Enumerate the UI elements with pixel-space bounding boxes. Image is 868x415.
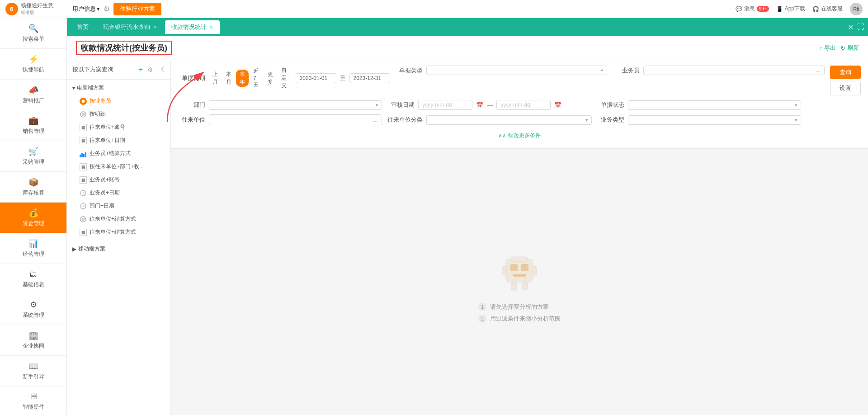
sidebar-label-basicinfo: 基础信息 (23, 281, 44, 288)
filter-area: 单据日期 上月 本月 本年 近7天 更多 自定义 2023-01-01 至 (171, 60, 868, 149)
scheme-sp-account-icon: ▦ (80, 176, 87, 184)
panel-collapse-btn[interactable]: 《 (157, 65, 165, 75)
scheme-partner-account-icon: ▦ (80, 124, 87, 131)
scheme-sp-payment-label: 业务员+结算方式 (90, 150, 131, 157)
settings-button[interactable]: 设置 (830, 81, 861, 95)
scheme-partner-date-label: 往来单位+日期 (90, 137, 125, 144)
window-close-btn[interactable]: ✕ (848, 23, 854, 32)
sidebar-item-marketing[interactable]: 📣 营销推广 (0, 80, 66, 110)
biz-type-select[interactable]: ▾ (628, 115, 801, 125)
bill-status-dropdown-icon: ▾ (795, 103, 797, 108)
online-service[interactable]: 🎧 在线客服 (812, 5, 843, 13)
svg-rect-22 (511, 257, 528, 261)
sidebar-item-finance[interactable]: 💰 资金管理 (0, 203, 66, 233)
user-breadcrumb[interactable]: 用户信息 ▾ (72, 5, 100, 13)
sidebar-item-search[interactable]: 🔍 搜索菜单 (0, 18, 66, 49)
scheme-salesperson-date[interactable]: 业务员+日期 (67, 186, 170, 199)
empty-illustration (492, 241, 547, 296)
date-tab-prev-month[interactable]: 上月 (209, 70, 222, 87)
gear-btn[interactable]: ⚙ (104, 5, 110, 13)
window-expand-btn[interactable]: ⛶ (857, 23, 864, 31)
desktop-group-toggle[interactable]: ▾ 电脑端方案 (67, 81, 170, 94)
export-btn[interactable]: ↑ 导出 (820, 44, 836, 52)
sidebar-item-operations[interactable]: 📊 经营管理 (0, 233, 66, 264)
tab-receivables[interactable]: 收款情况统计 ✕ (165, 20, 220, 34)
tab-receivables-close[interactable]: ✕ (209, 24, 213, 30)
dept-select[interactable]: ▾ (209, 100, 382, 110)
scheme-by-salesperson[interactable]: ⏺ 按业务员 (67, 94, 170, 108)
add-scheme-btn[interactable]: + (138, 65, 144, 75)
tab-home[interactable]: 首页 (71, 20, 95, 34)
sidebar-item-guide[interactable]: 📖 新手引导 (0, 356, 66, 387)
sidebar-item-sales[interactable]: 💼 销售管理 (0, 110, 66, 141)
sidebar-item-quicknav[interactable]: ⚡ 快捷导航 (0, 49, 66, 80)
sidebar-label-purchase: 采购管理 (23, 158, 44, 166)
date-tab-curr-year[interactable]: 本年 (236, 70, 249, 87)
empty-steps: 1 请先选择要分析的方案 2 用过滤条件来缩小分析范围 (478, 303, 561, 323)
tab-bank-flow-close[interactable]: ✕ (153, 24, 157, 30)
left-panel-title: 按以下方案查询 (72, 66, 135, 74)
tabs-bar-right: ✕ ⛶ (848, 23, 864, 32)
sidebar-item-system[interactable]: ⚙ 系统管理 (0, 294, 66, 325)
refresh-btn[interactable]: ↻ 刷新 (840, 44, 859, 52)
tab-receivables-label: 收款情况统计 (171, 23, 207, 31)
app-download[interactable]: 📱 App下载 (776, 5, 805, 13)
date-from-input[interactable]: 2023-01-01 (296, 73, 336, 83)
salesperson-select[interactable]: … (643, 66, 825, 75)
app-icon: 📱 (776, 6, 783, 12)
date-tab-more[interactable]: 更多 (264, 70, 277, 87)
partner-cat-select[interactable]: ▾ (426, 115, 591, 125)
sidebar-item-inventory[interactable]: 📦 库存核算 (0, 172, 66, 203)
scheme-partner-payment1[interactable]: 往来单位+结算方式 (67, 212, 170, 226)
scheme-partner-dept-icon: ▦ (80, 163, 87, 170)
sidebar-item-purchase[interactable]: 🛒 采购管理 (0, 141, 66, 172)
date-tabs: 上月 本月 本年 近7天 更多 自定义 (209, 66, 292, 90)
sidebar-label-system: 系统管理 (23, 311, 44, 319)
header-nav: 用户信息 ▾ ⚙ 体验行业方案 (72, 3, 736, 15)
review-date-to[interactable]: yyyy-mm-dd (496, 100, 551, 110)
review-date-from[interactable]: yyyy-mm-dd (418, 100, 472, 110)
cal-icon-to[interactable]: 📅 (554, 102, 561, 108)
collapse-filters-btn[interactable]: ∧∧ 收起更多条件 (178, 128, 861, 143)
scheme-partner-account[interactable]: ▦ 往来单位+账号 (67, 121, 170, 134)
collapse-label: 收起更多条件 (508, 132, 541, 139)
partner-cat-label: 往来单位分类 (387, 116, 423, 124)
desktop-scheme-group: ▾ 电脑端方案 ⏺ 按业务员 按明细 ▦ (67, 80, 170, 241)
sidebar-item-smarthw[interactable]: 🖥 智能硬件 (0, 387, 66, 415)
scheme-settings-btn[interactable]: ⚙ (146, 65, 154, 74)
scheme-by-detail[interactable]: 按明细 (67, 108, 170, 121)
bill-type-select[interactable]: ▾ (426, 66, 608, 75)
scheme-partner-dept[interactable]: ▦ 按往来单位+部门+收... (67, 160, 170, 173)
messages-area[interactable]: 💬 消息 99+ (736, 5, 769, 13)
empty-step-1: 1 请先选择要分析的方案 (478, 303, 561, 311)
biz-type-label: 业务类型 (597, 116, 624, 124)
sidebar-item-basicinfo[interactable]: 🗂 基础信息 (0, 264, 66, 294)
query-button[interactable]: 查询 (830, 66, 861, 79)
sales-icon: 💼 (28, 116, 38, 126)
user-avatar[interactable]: Rit (850, 3, 863, 15)
scheme-dept-date[interactable]: 部门+日期 (67, 199, 170, 212)
date-tab-last7[interactable]: 近7天 (250, 66, 263, 90)
scheme-salesperson-payment[interactable]: 业务员+结算方式 (67, 147, 170, 160)
bill-status-select[interactable]: ▾ (628, 100, 801, 110)
date-to-input[interactable]: 2023-12-31 (349, 73, 390, 83)
refresh-icon: ↻ (840, 45, 845, 52)
partner-select[interactable]: … (209, 114, 382, 125)
date-tab-custom[interactable]: 自定义 (278, 66, 292, 90)
cal-icon-from[interactable]: 📅 (476, 102, 483, 108)
logo-area: 6 畅捷通好生意 标准版 (5, 2, 72, 16)
sidebar-label-inventory: 库存核算 (23, 189, 44, 197)
tab-bank-flow[interactable]: 现金银行流水查询 ✕ (97, 20, 163, 34)
date-tab-curr-month[interactable]: 本月 (222, 70, 235, 87)
sidebar-label-finance: 资金管理 (23, 220, 44, 227)
page-title: 收款情况统计(按业务员) (76, 41, 172, 55)
scheme-salesperson-account[interactable]: ▦ 业务员+账号 (67, 173, 170, 186)
partner-more-icon[interactable]: … (373, 117, 378, 123)
trial-button[interactable]: 体验行业方案 (113, 3, 161, 15)
scheme-partner-payment2[interactable]: ▦ 往来单位+结算方式 (67, 226, 170, 239)
scheme-partner-date[interactable]: ▦ 往来单位+日期 (67, 134, 170, 147)
export-label: 导出 (824, 44, 836, 52)
sidebar-label-search: 搜索菜单 (23, 35, 44, 43)
mobile-group-toggle[interactable]: ▶ 移动端方案 (67, 242, 170, 255)
sidebar-item-enterprise[interactable]: 🏢 企业协同 (0, 325, 66, 356)
